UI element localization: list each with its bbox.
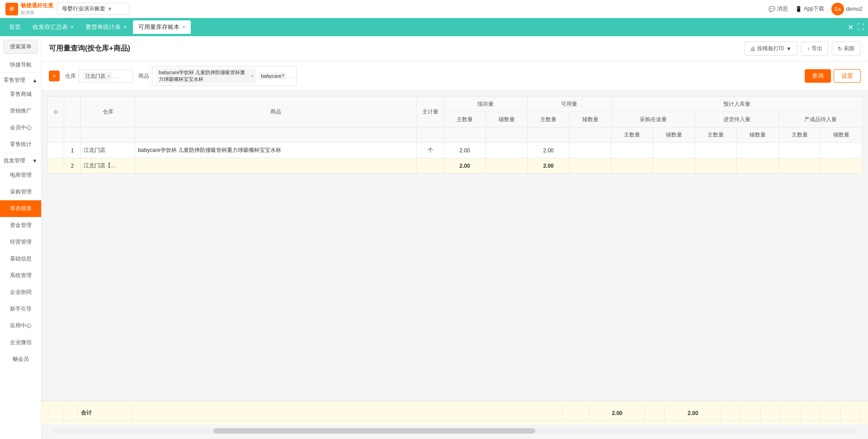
product-tags-container[interactable]: babycare学饮杯 儿童防摔防撞吸管杯重力球吸嘴杯宝宝水杯 × babyca… (152, 66, 297, 86)
avatar: Ea (831, 3, 844, 15)
tab-close-available-stock[interactable]: × (182, 24, 185, 30)
th-available: 可用量 (528, 97, 611, 112)
tab-available-stock[interactable]: 可用量库存账本 × (133, 20, 191, 34)
product-tag-close[interactable]: × (251, 73, 254, 79)
td-inc-main-2 (695, 158, 737, 174)
td-settings-1 (47, 143, 64, 158)
app-download-btn[interactable]: 📱 App下载 (795, 5, 824, 13)
warehouse-tags-container[interactable]: 江北门店 × ... (79, 70, 133, 83)
th-sub-avail-main (528, 127, 570, 143)
tab-close-order-stats[interactable]: × (123, 24, 127, 30)
sidebar-item-retail-mgmt[interactable]: 零售管理 ▲ (0, 73, 41, 86)
product-label: 商品 (138, 72, 149, 80)
sidebar-item-purchase[interactable]: 采购管理 (0, 184, 41, 200)
th-settings: ⚙ (47, 97, 64, 127)
maximize-window-btn[interactable]: ⛶ (857, 23, 864, 32)
filter-expand-btn[interactable]: » (49, 71, 60, 81)
th-available-aux-qty: 辅数量 (569, 112, 611, 127)
sidebar-item-retail-stats[interactable]: 零售统计 (0, 136, 41, 153)
sidebar-quick-nav[interactable]: 快捷导航 (0, 57, 41, 73)
table-row: 1 江北门店 babycare学饮杯 儿童防摔防撞吸管杯重力球吸嘴杯宝宝水杯 个… (47, 143, 863, 158)
logo-icon: 好 (5, 3, 18, 15)
filter-area: » 仓库 江北门店 × ... 商品 babycare学饮杯 儿童防摔防撞吸管杯… (42, 61, 868, 91)
sidebar-item-new-guide[interactable]: 新手引导 (0, 301, 41, 317)
sidebar-item-marketing[interactable]: 营销推广 (0, 103, 41, 119)
tab-receive-send[interactable]: 收发存汇总表 × (27, 20, 79, 34)
main-layout: 搜索菜单 快捷导航 零售管理 ▲ 零售商城 营销推广 会员中心 零售统计 批发管… (0, 36, 868, 439)
warehouse-more[interactable]: ... (114, 73, 118, 79)
sidebar-item-retail-store[interactable]: 零售商城 (0, 86, 41, 103)
td-avail-main-2: 2.00 (528, 158, 570, 174)
sidebar-item-app-center[interactable]: 应用中心 (0, 317, 41, 334)
tab-order-stats[interactable]: 要货单统计表 × (80, 20, 132, 34)
close-window-btn[interactable]: ✕ (848, 23, 854, 32)
th-available-main-qty: 主数量 (528, 112, 570, 127)
th-purchase-transit: 采购在途量 (611, 112, 695, 127)
page-actions: 🖨 按模板打印 ▼ ↑ 导出 ↻ 刷新 (744, 42, 861, 56)
top-bar-right: 💬 消息 📱 App下载 Ea demo2 (769, 3, 863, 15)
td-settings-2 (47, 158, 64, 174)
td-avail-aux-2 (569, 158, 611, 174)
th-sub-pur-aux: 辅数量 (653, 127, 695, 143)
th-sub-mainunit (417, 127, 444, 143)
sidebar-item-basic-info[interactable]: 基础信息 (0, 250, 41, 267)
sidebar-search-area: 搜索菜单 (0, 36, 41, 57)
tab-home[interactable]: 首页 (4, 20, 26, 34)
th-sub-inc-main: 主数量 (695, 127, 737, 143)
table-row: 2 江北门店【... 2.00 2.00 (47, 158, 863, 174)
sidebar-item-finance[interactable]: 资金管理 (0, 217, 41, 234)
chevron-icon-2: ▼ (32, 158, 38, 164)
td-fin-main-2 (778, 158, 821, 174)
top-bar-left: 好 畅捷通好生意 标准版 母婴行业演示账套 ▼ (5, 2, 129, 16)
sidebar-item-enterprise-collab[interactable]: 企业协同 (0, 284, 41, 301)
td-avail-aux-1 (569, 143, 611, 158)
td-fin-main-1 (778, 143, 821, 158)
refresh-icon: ↻ (838, 46, 842, 52)
sidebar-item-member-center[interactable]: 会员中心 (0, 119, 41, 136)
enterprise-selector[interactable]: 母婴行业演示账套 ▼ (57, 3, 129, 15)
warehouse-tag-close[interactable]: × (107, 73, 110, 79)
tab-close-receive-send[interactable]: × (71, 24, 74, 30)
top-bar: 好 畅捷通好生意 标准版 母婴行业演示账套 ▼ 💬 消息 📱 App下载 Ea … (0, 0, 868, 18)
query-button[interactable]: 查询 (805, 69, 831, 83)
th-planned-inbound: 预计入库量 (611, 97, 863, 112)
sidebar-item-system-mgmt[interactable]: 系统管理 (0, 267, 41, 284)
user-profile[interactable]: Ea demo2 (831, 3, 863, 15)
th-sub-inc-aux: 辅数量 (737, 127, 779, 143)
chevron-icon: ▲ (32, 77, 38, 84)
horizontal-scrollbar[interactable] (52, 428, 857, 434)
sidebar-item-member[interactable]: 畅会员 (0, 351, 41, 368)
product-tag-babycare: babycare学饮杯 儿童防摔防撞吸管杯重力球吸嘴杯宝宝水杯 × (156, 68, 256, 84)
table-settings-icon[interactable]: ⚙ (50, 107, 61, 118)
content-area: 可用量查询(按仓库+商品) 🖨 按模板打印 ▼ ↑ 导出 ↻ 刷新 (42, 36, 868, 439)
td-fin-aux-2 (821, 158, 863, 174)
th-warehouse: 仓库 (81, 97, 135, 127)
chevron-down-icon: ▼ (107, 6, 113, 12)
message-btn[interactable]: 💬 消息 (769, 5, 788, 13)
td-warehouse-2: 江北门店【... (81, 158, 135, 174)
export-btn[interactable]: ↑ 导出 (801, 42, 828, 56)
search-menu-btn[interactable]: 搜索菜单 (4, 40, 38, 54)
th-sub-fin-main: 主数量 (778, 127, 821, 143)
product-filter: 商品 babycare学饮杯 儿童防摔防撞吸管杯重力球吸嘴杯宝宝水杯 × bab… (138, 66, 297, 86)
product-more[interactable]: ... (289, 73, 293, 79)
setting-button[interactable]: 设置 (834, 69, 861, 83)
logo-area: 好 畅捷通好生意 标准版 (5, 2, 53, 16)
print-btn[interactable]: 🖨 按模板打印 ▼ (744, 42, 797, 56)
sidebar-item-ecommerce[interactable]: 电商管理 (0, 167, 41, 184)
th-sub-avail-aux (569, 127, 611, 143)
sidebar-item-enterprise-wechat[interactable]: 企业微信 (0, 334, 41, 351)
table-footer: 合计 2.00 2.00 (42, 401, 868, 425)
td-pur-aux-2 (653, 158, 695, 174)
page-title: 可用量查询(按仓库+商品) (49, 44, 130, 53)
sidebar-item-operations[interactable]: 经营管理 (0, 234, 41, 250)
sidebar-item-inventory-check[interactable]: 库存核算 (0, 200, 41, 217)
refresh-btn[interactable]: ↻ 刷新 (832, 42, 861, 56)
message-icon: 💬 (769, 6, 775, 12)
th-sub-settings (47, 127, 64, 143)
sidebar-item-wholesale-mgmt[interactable]: 批发管理 ▼ (0, 153, 41, 166)
scrollbar-thumb[interactable] (213, 428, 535, 434)
total-row: 合计 2.00 2.00 (49, 406, 861, 421)
td-rowno-2: 2 (64, 158, 81, 174)
td-unit-2 (417, 158, 444, 174)
